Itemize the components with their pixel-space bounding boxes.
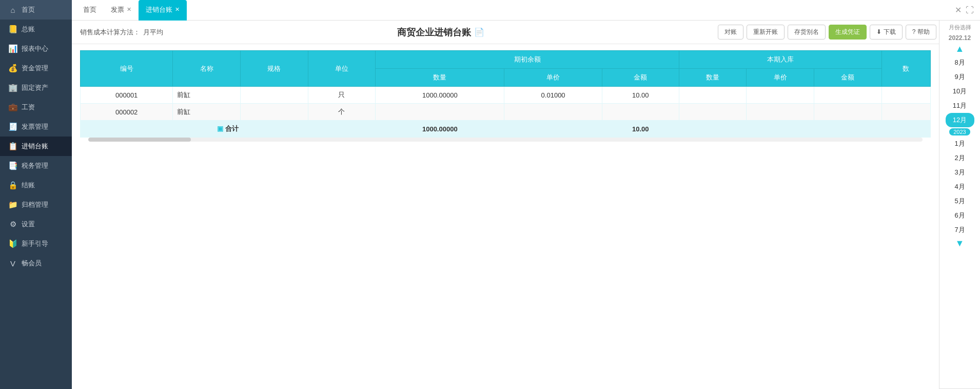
window-controls: ✕ ⛶ xyxy=(955,5,976,15)
month-item-9月[interactable]: 9月 xyxy=(946,70,974,84)
cell-code: 000001 xyxy=(81,87,173,104)
sidebar-item-guide[interactable]: 🔰新手引导 xyxy=(0,234,72,254)
page-content: 销售成本计算方法： 月平均 商贸企业进销台账 📄 对账 重新开账 存货别名 生成… xyxy=(72,21,980,389)
cell-more xyxy=(881,104,930,121)
month-item-6月[interactable]: 6月 xyxy=(946,208,974,223)
table-scrollbar-thumb xyxy=(88,138,191,142)
sidebar-label-settings: 设置 xyxy=(22,220,35,229)
month-item-2月[interactable]: 2月 xyxy=(946,151,974,165)
cell-opening-price: 0.01000 xyxy=(504,87,602,104)
sidebar-label-payroll: 工资 xyxy=(22,103,35,112)
total-row: ▣合计 1000.00000 10.00 xyxy=(81,121,931,138)
sidebar-item-member[interactable]: V畅会员 xyxy=(0,254,72,273)
sidebar-icon-funds: 💰 xyxy=(8,64,17,73)
cell-current-in-price xyxy=(747,87,814,104)
th-opening-amount: 金额 xyxy=(602,69,679,87)
tab-purchase-sales-close[interactable]: ✕ xyxy=(175,6,180,13)
sidebar-item-assets[interactable]: 🏢固定资产 xyxy=(0,78,72,98)
doc-icon: 📄 xyxy=(474,27,484,37)
cell-name: 前缸 xyxy=(173,87,241,104)
table-row[interactable]: 000002 前缸 个 xyxy=(81,104,931,121)
sidebar-item-invoice_mgmt[interactable]: 🧾发票管理 xyxy=(0,117,72,137)
reconcile-button[interactable]: 对账 xyxy=(718,25,743,40)
th-spec: 规格 xyxy=(240,51,308,87)
sidebar-icon-tax: 📑 xyxy=(8,161,17,170)
tab-invoice-label: 发票 xyxy=(111,5,124,14)
cell-unit: 只 xyxy=(308,87,376,104)
sidebar-item-payroll[interactable]: 💼工资 xyxy=(0,98,72,117)
sidebar-icon-home: ⌂ xyxy=(8,6,17,14)
sidebar-item-reports[interactable]: 📊报表中心 xyxy=(0,39,72,59)
month-item-5月[interactable]: 5月 xyxy=(946,194,974,208)
month-item-10月[interactable]: 10月 xyxy=(946,84,974,99)
table-container: 编号 名称 规格 单位 期初余额 本期入库 数 数量 单价 金额 数 xyxy=(72,44,939,389)
sidebar-item-tax[interactable]: 📑税务管理 xyxy=(0,156,72,176)
tab-invoice-close[interactable]: ✕ xyxy=(127,6,131,13)
th-code: 编号 xyxy=(81,51,173,87)
sidebar-item-home[interactable]: ⌂首页 xyxy=(0,0,72,20)
sidebar-item-ledger[interactable]: 📒总账 xyxy=(0,20,72,39)
th-opening-balance: 期初余额 xyxy=(376,51,679,69)
reopen-button[interactable]: 重新开账 xyxy=(747,25,785,40)
cell-more xyxy=(881,87,930,104)
month-item-12月[interactable]: 12月 xyxy=(946,113,974,127)
sidebar-label-guide: 新手引导 xyxy=(22,239,48,248)
close-button[interactable]: ✕ xyxy=(955,5,962,15)
total-current-in-price xyxy=(747,121,814,138)
generate-voucher-button[interactable]: 生成凭证 xyxy=(829,25,867,40)
th-current-in-amount: 金额 xyxy=(814,69,882,87)
cell-current-in-price xyxy=(747,104,814,121)
th-more: 数 xyxy=(881,51,930,87)
tab-home[interactable]: 首页 xyxy=(76,0,104,21)
toolbar: 销售成本计算方法： 月平均 商贸企业进销台账 📄 对账 重新开账 存货别名 生成… xyxy=(72,21,980,44)
tab-home-label: 首页 xyxy=(83,5,96,14)
sidebar-item-close[interactable]: 🔒结账 xyxy=(0,176,72,195)
month-item-8月[interactable]: 8月 xyxy=(946,55,974,70)
sidebar-icon-assets: 🏢 xyxy=(8,83,17,92)
month-item-1月[interactable]: 1月 xyxy=(946,137,974,151)
help-button[interactable]: ? 帮助 xyxy=(906,25,936,40)
sidebar-label-tax: 税务管理 xyxy=(22,161,48,170)
cost-method-label: 销售成本计算方法： xyxy=(80,28,140,37)
sidebar-icon-purchase_sales: 📋 xyxy=(8,142,17,151)
sidebar-label-archive: 归档管理 xyxy=(22,200,48,209)
scroll-up-button[interactable]: ▲ xyxy=(955,44,965,55)
tab-invoice[interactable]: 发票 ✕ xyxy=(104,0,139,21)
th-current-in: 本期入库 xyxy=(679,51,881,69)
help-icon: ? xyxy=(912,28,916,35)
month-item-11月[interactable]: 11月 xyxy=(946,99,974,113)
tabs-bar: 首页 发票 ✕ 进销台账 ✕ ✕ ⛶ xyxy=(72,0,980,21)
total-label: ▣合计 xyxy=(81,121,376,138)
sidebar-item-funds[interactable]: 💰资金管理 xyxy=(0,59,72,78)
download-button[interactable]: ⬇ 下载 xyxy=(870,25,902,40)
sidebar-item-purchase_sales[interactable]: 📋进销台账 xyxy=(0,137,72,156)
month-item-4月[interactable]: 4月 xyxy=(946,180,974,194)
scroll-down-button[interactable]: ▼ xyxy=(955,237,965,250)
cell-opening-amount: 10.00 xyxy=(602,87,679,104)
tab-purchase-sales[interactable]: 进销台账 ✕ xyxy=(139,0,187,21)
sidebar-icon-ledger: 📒 xyxy=(8,25,17,34)
save-alias-button[interactable]: 存货别名 xyxy=(788,25,826,40)
sidebar-icon-reports: 📊 xyxy=(8,44,17,53)
sidebar-item-archive[interactable]: 📁归档管理 xyxy=(0,195,72,215)
month-item-7月[interactable]: 7月 xyxy=(946,223,974,237)
cell-current-in-qty xyxy=(679,87,747,104)
year-2023-badge: 2023 xyxy=(949,128,970,135)
cell-opening-qty: 1000.00000 xyxy=(376,87,504,104)
month-item-3月[interactable]: 3月 xyxy=(946,165,974,180)
sidebar-label-purchase_sales: 进销台账 xyxy=(22,142,48,151)
sidebar-item-settings[interactable]: ⚙设置 xyxy=(0,215,72,234)
th-opening-qty: 数量 xyxy=(376,69,504,87)
sidebar-label-ledger: 总账 xyxy=(22,25,35,34)
sidebar-icon-archive: 📁 xyxy=(8,200,17,209)
table-row[interactable]: 000001 前缸 只 1000.00000 0.01000 10.00 xyxy=(81,87,931,104)
cost-method-area: 销售成本计算方法： 月平均 xyxy=(80,28,163,37)
sidebar-label-reports: 报表中心 xyxy=(22,44,48,53)
table-scrollbar[interactable] xyxy=(88,138,923,142)
cell-opening-price xyxy=(504,104,602,121)
th-opening-price: 单价 xyxy=(504,69,602,87)
expand-button[interactable]: ⛶ xyxy=(966,5,974,15)
sidebar: ⌂首页📒总账📊报表中心💰资金管理🏢固定资产💼工资🧾发票管理📋进销台账📑税务管理🔒… xyxy=(0,0,72,389)
cell-spec xyxy=(240,87,308,104)
th-unit: 单位 xyxy=(308,51,376,87)
